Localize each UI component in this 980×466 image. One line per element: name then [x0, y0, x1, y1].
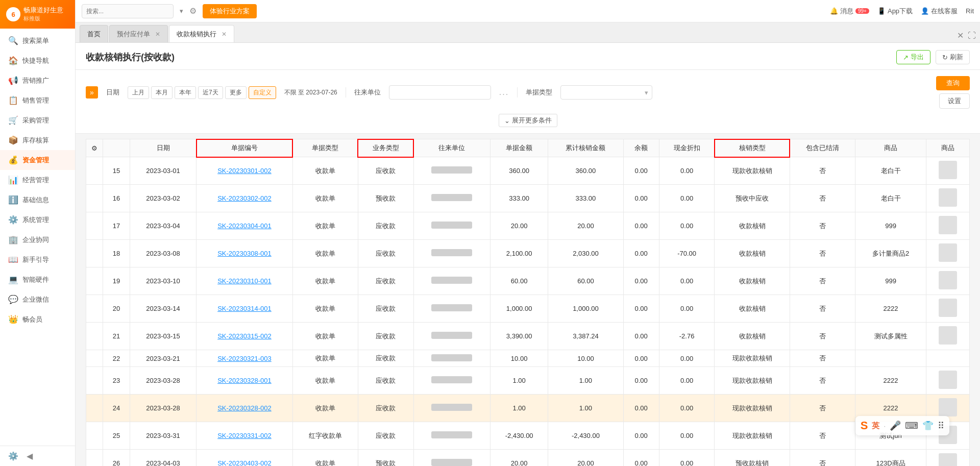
chevron-down-icon[interactable]: ▾ [180, 7, 183, 15]
tab-prepay-close-icon[interactable]: ✕ [155, 31, 160, 38]
row-amount: 20.00 [491, 450, 548, 467]
row-partner [413, 240, 490, 267]
chevron-down-icon: ⌄ [504, 117, 510, 125]
row-gear [86, 267, 103, 295]
row-product: 2222 [855, 367, 926, 395]
sidebar-item-wechat[interactable]: 💬企业微信 [0, 289, 75, 309]
row-order-no[interactable]: SK-20230301-002 [197, 157, 293, 185]
sidebar-item-search[interactable]: 🔍搜索菜单 [0, 31, 75, 51]
microphone-icon[interactable]: 🎤 [890, 420, 901, 431]
row-gear [86, 350, 103, 367]
sidebar-item-operations[interactable]: 📊经营管理 [0, 170, 75, 190]
sidebar-item-marketing[interactable]: 📢营销推广 [0, 70, 75, 90]
topbar-service[interactable]: 👤 在线客服 [921, 7, 958, 16]
sidebar-item-newbie[interactable]: 📖新手引导 [0, 250, 75, 269]
marketing-icon: 📢 [8, 76, 18, 85]
row-order-no[interactable]: SK-20230331-002 [197, 422, 293, 450]
search-input[interactable] [82, 4, 174, 18]
sidebar-item-basic[interactable]: ℹ️基础信息 [0, 190, 75, 210]
col-verified: 累计核销金额 [548, 139, 624, 157]
row-biz-type: 应收款 [358, 395, 413, 422]
settings-icon[interactable]: ⚙️ [8, 451, 18, 461]
filter-type-select[interactable] [560, 85, 652, 100]
topbar-app[interactable]: 📱 App下载 [877, 7, 913, 16]
collapse-icon[interactable]: ◀ [27, 451, 33, 461]
tab-close-icon[interactable]: ✕ [957, 31, 964, 40]
sidebar-item-label: 营销推广 [22, 76, 49, 85]
row-verified: -2,430.00 [548, 422, 624, 450]
row-order-no[interactable]: SK-20230310-001 [197, 267, 293, 295]
row-bill-type: 收款单 [292, 240, 358, 267]
filter-custom-btn[interactable]: 自定义 [249, 86, 276, 99]
shirt-icon[interactable]: 👕 [922, 420, 934, 431]
topbar-messages[interactable]: 🔔 消息 99+ [830, 7, 869, 16]
sidebar-item-corp[interactable]: 🏢企业协同 [0, 230, 75, 250]
row-balance: 0.00 [623, 350, 659, 367]
row-order-no[interactable]: SK-20230321-003 [197, 350, 293, 367]
tab-verify-close-icon[interactable]: ✕ [222, 31, 227, 38]
sidebar-item-label: 资金管理 [22, 156, 49, 165]
sidebar-item-hardware[interactable]: 💻智能硬件 [0, 269, 75, 289]
filter-7days-btn[interactable]: 近7天 [198, 86, 223, 99]
row-gear [86, 323, 103, 350]
tab-prepay[interactable]: 预付应付单 ✕ [109, 25, 168, 42]
sidebar-item-label: 库存核算 [22, 136, 49, 145]
table-row: 202023-03-14SK-20230314-001收款单应收款1,000.0… [86, 295, 970, 323]
refresh-button[interactable]: ↻ 刷新 [936, 50, 970, 64]
row-order-no[interactable]: SK-20230403-002 [197, 450, 293, 467]
row-product: 老白干 [855, 185, 926, 212]
row-order-no[interactable]: SK-20230304-001 [197, 212, 293, 240]
settings-button[interactable]: 设置 [939, 93, 970, 109]
row-balance: 0.00 [623, 267, 659, 295]
tabbar-actions: ✕ ⛶ [957, 31, 976, 42]
row-order-no[interactable]: SK-20230302-002 [197, 185, 293, 212]
row-verify-type: 收款核销 [715, 240, 790, 267]
topbar-user[interactable]: Rit [966, 7, 974, 15]
filter-toggle-button[interactable]: » [86, 86, 98, 99]
row-verified: 2,030.00 [548, 240, 624, 267]
row-verified: 333.00 [548, 185, 624, 212]
apps-icon[interactable]: ⠿ [938, 420, 944, 431]
keyboard-icon[interactable]: ⌨ [905, 420, 918, 431]
industry-btn[interactable]: 体验行业方案 [203, 4, 257, 18]
filter-more-btn[interactable]: 更多 [225, 86, 247, 99]
row-date: 2023-03-01 [130, 157, 196, 185]
row-order-no[interactable]: SK-20230328-002 [197, 395, 293, 422]
row-order-no[interactable]: SK-20230315-002 [197, 323, 293, 350]
export-button[interactable]: ↗ 导出 [896, 50, 930, 64]
row-partner [413, 395, 490, 422]
col-gear[interactable]: ⚙ [86, 139, 103, 157]
row-order-no[interactable]: SK-20230314-001 [197, 295, 293, 323]
tab-home[interactable]: 首页 [80, 25, 108, 42]
sidebar-item-finance[interactable]: 💰资金管理 [0, 150, 75, 170]
sidebar-item-member[interactable]: 👑畅会员 [0, 309, 75, 329]
row-order-no[interactable]: SK-20230328-001 [197, 367, 293, 395]
row-biz-type: 应收款 [358, 367, 413, 395]
filter-this-month-btn[interactable]: 本月 [151, 86, 173, 99]
topbar-gear-icon[interactable]: ⚙ [189, 6, 197, 16]
row-order-no[interactable]: SK-20230308-001 [197, 240, 293, 267]
sidebar-item-system[interactable]: ⚙️系统管理 [0, 210, 75, 230]
sidebar-item-purchase[interactable]: 🛒采购管理 [0, 110, 75, 130]
sidebar-item-label: 系统管理 [22, 215, 49, 225]
sidebar-item-nav[interactable]: 🏠快捷导航 [0, 51, 75, 70]
tab-verify[interactable]: 收款核销执行 ✕ [169, 25, 234, 42]
row-product [855, 350, 926, 367]
query-button[interactable]: 查询 [936, 76, 970, 90]
sidebar-item-inventory[interactable]: 📦库存核算 [0, 130, 75, 150]
filter-last-month-btn[interactable]: 上月 [128, 86, 149, 99]
row-no: 20 [103, 295, 130, 323]
filter-dots[interactable]: ... [499, 88, 509, 97]
filter-expand-button[interactable]: ⌄ 展开更多条件 [499, 114, 557, 127]
tab-expand-icon[interactable]: ⛶ [968, 31, 976, 40]
row-partner [413, 157, 490, 185]
row-no: 15 [103, 157, 130, 185]
row-date: 2023-03-02 [130, 185, 196, 212]
sidebar-item-sales[interactable]: 📋销售管理 [0, 90, 75, 110]
filter-this-year-btn[interactable]: 本年 [175, 86, 196, 99]
filter-partner-input[interactable] [389, 85, 491, 100]
row-no: 16 [103, 185, 130, 212]
col-amount: 单据金额 [491, 139, 548, 157]
sidebar-bottom: ⚙️ ◀ [0, 446, 75, 466]
row-include-settled: 否 [790, 267, 855, 295]
